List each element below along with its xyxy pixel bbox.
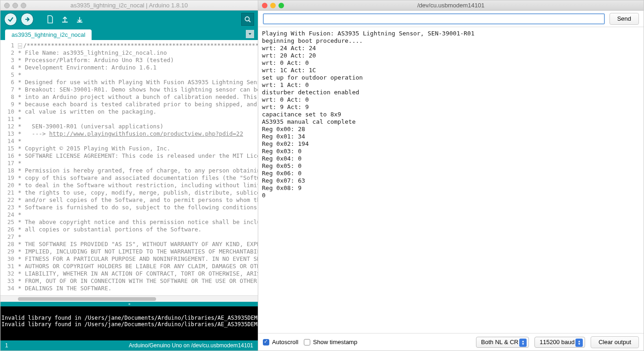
line-ending-select[interactable]: Both NL & CR ▲▼ [476,337,529,348]
code-line[interactable]: * [18,233,258,241]
chevron-updown-icon: ▲▼ [519,339,527,347]
code-line[interactable]: * File Name: as3935_lightning_i2c_nocal.… [18,49,258,57]
code-line[interactable]: * Copyright © 2015 Playing With Fusion, … [18,145,258,152]
line-number: 14 [0,138,14,145]
code-line[interactable]: * SOFTWARE LICENSE AGREEMENT: This code … [18,152,258,160]
line-ending-value: Both NL & CR [481,339,518,345]
code-line[interactable]: * cal value is written on the packaging. [18,108,258,115]
line-number: 8 [0,93,14,101]
code-line[interactable]: * DEALINGS IN THE SOFTWARE. [18,285,258,292]
editor-h-scrollbar[interactable] [0,295,258,302]
serial-send-input[interactable] [263,13,605,24]
ide-window-title: as3935_lightning_i2c_nocal | Arduino 1.8… [0,2,258,9]
line-number: 24 [0,211,14,219]
code-line[interactable]: * and/or sell copies of the Software, an… [18,196,258,204]
code-line[interactable]: * all copies or substantial portions of … [18,226,258,233]
line-number: 2 [0,49,14,57]
line-number: 9 [0,101,14,108]
console-resize-handle[interactable] [0,302,258,306]
line-number: 30 [0,255,14,263]
line-number: 4 [0,64,14,71]
code-line[interactable]: * [18,138,258,145]
new-file-button[interactable] [45,14,56,25]
open-file-button[interactable] [59,14,70,25]
line-number: 21 [0,189,14,196]
line-number: 32 [0,270,14,277]
code-line[interactable]: * [18,71,258,79]
autoscroll-checkbox-label[interactable]: Autoscroll [263,339,298,345]
code-line[interactable]: * ---> http://www.playingwithfusion.com/… [18,130,258,138]
line-number: 10 [0,108,14,115]
code-line[interactable]: * the rights to use, copy, modify, merge… [18,189,258,196]
code-line[interactable]: * SEN-39001-R01 (universal applications) [18,123,258,130]
line-number: 26 [0,226,14,233]
line-number: 18 [0,167,14,174]
line-number: 27 [0,233,14,241]
code-area[interactable]: ⊟/**************************************… [17,40,258,295]
code-line[interactable]: * into an Arduino project without a bunc… [18,93,258,101]
code-line[interactable]: * Designed for use with with Playing Wit… [18,79,258,86]
line-number: 34 [0,285,14,292]
arduino-ide-window: as3935_lightning_i2c_nocal | Arduino 1.8… [0,0,258,351]
code-line[interactable]: * copy of this software and associated d… [18,174,258,182]
code-line[interactable]: * [18,115,258,123]
line-number: 29 [0,248,14,255]
code-line[interactable]: * Processor/Platform: Arduino Uno R3 (te… [18,57,258,64]
code-line[interactable]: * LIABILITY, WHETHER IN AN ACTION OF CON… [18,270,258,277]
line-number: 15 [0,145,14,152]
line-number: 13 [0,130,14,138]
line-number: 28 [0,241,14,248]
verify-button[interactable] [4,13,17,26]
code-line[interactable]: * AUTHORS OR COPYRIGHT HOLDERS BE LIABLE… [18,263,258,270]
code-line[interactable]: * FROM, OUT OF OR IN CONNECTION WITH THE… [18,277,258,285]
serial-monitor-window: /dev/cu.usbmodem14101 Send Playing With … [258,0,644,351]
baud-rate-value: 115200 baud [540,339,574,345]
code-url-link[interactable]: http://www.playingwithfusion.com/product… [49,130,243,137]
line-number: 7 [0,86,14,93]
clear-output-button[interactable]: Clear output [591,336,639,348]
serial-window-title: /dev/cu.usbmodem14101 [258,2,644,9]
ide-titlebar: as3935_lightning_i2c_nocal | Arduino 1.8… [0,0,258,11]
status-board-port: Arduino/Genuino Uno on /dev/cu.usbmodem1… [129,342,253,349]
line-number: 6 [0,79,14,86]
line-number: 20 [0,182,14,189]
code-line[interactable]: * The above copyright notice and this pe… [18,219,258,226]
line-number: 31 [0,263,14,270]
code-line[interactable]: ⊟/**************************************… [18,42,258,49]
timestamp-checkbox-label[interactable]: Show timestamp [304,339,357,345]
svg-point-0 [245,17,249,21]
serial-bottom-bar: Autoscroll Show timestamp Both NL & CR ▲… [258,333,644,351]
code-line[interactable]: * Development Environment: Arduino 1.6.1 [18,64,258,71]
ide-tabbar: as3935_lightning_i2c_nocal [0,28,258,40]
ide-statusbar: 1 Arduino/Genuino Uno on /dev/cu.usbmode… [0,340,258,351]
code-line[interactable]: * Breakout: SEN-39001-R01. Demo shows ho… [18,86,258,93]
editor-tab[interactable]: as3935_lightning_i2c_nocal [5,29,92,40]
autoscroll-label: Autoscroll [272,339,298,345]
save-file-button[interactable] [74,14,85,25]
code-line[interactable]: * Permission is hereby granted, free of … [18,167,258,174]
line-number: 33 [0,277,14,285]
code-line[interactable]: * FITNESS FOR A PARTICULAR PURPOSE AND N… [18,255,258,263]
serial-input-row: Send [258,11,644,27]
ide-console: Invalid library found in /Users/jane/Doc… [0,306,258,340]
send-button[interactable]: Send [609,13,639,25]
code-line[interactable]: * [18,211,258,219]
line-number: 1 [0,42,14,49]
tab-menu-dropdown-icon[interactable] [246,30,254,38]
code-line[interactable]: * THE SOFTWARE IS PROVIDED "AS IS", WITH… [18,241,258,248]
autoscroll-checkbox[interactable] [263,339,269,345]
line-number: 25 [0,219,14,226]
line-number: 3 [0,57,14,64]
code-editor[interactable]: 1234567891011121314151617181920212223242… [0,40,258,295]
code-line[interactable]: * Software is furnished to do so, subjec… [18,204,258,211]
chevron-updown-icon: ▲▼ [575,339,583,347]
baud-rate-select[interactable]: 115200 baud ▲▼ [534,337,585,348]
code-line[interactable]: * because each board is tested calibrate… [18,101,258,108]
serial-monitor-button[interactable] [241,13,254,26]
serial-output[interactable]: Playing With Fusion: AS3935 Lightning Se… [258,27,644,333]
code-line[interactable]: * IMPLIED, INCLUDING BUT NOT LIMITED TO … [18,248,258,255]
upload-button[interactable] [21,13,34,26]
timestamp-checkbox[interactable] [304,339,310,345]
code-line[interactable]: * to deal in the Software without restri… [18,182,258,189]
code-line[interactable]: * [18,160,258,167]
